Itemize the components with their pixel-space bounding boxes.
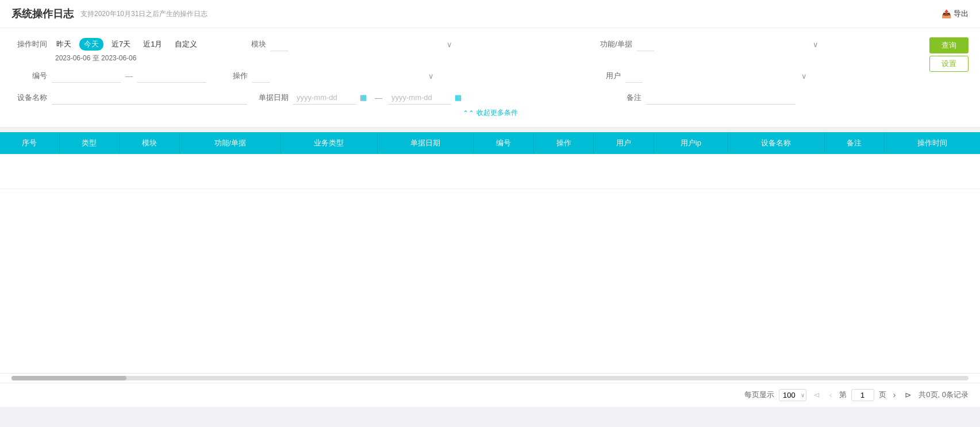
table-header-cell: 备注 — [824, 132, 884, 154]
collapse-bar[interactable]: ⌃⌃ 收起更多条件 — [11, 105, 969, 118]
remark-label: 备注 — [612, 93, 646, 103]
device-label: 设备名称 — [11, 93, 52, 103]
operation-select[interactable] — [252, 69, 270, 83]
collapse-up-icon: ⌃⌃ — [463, 109, 474, 117]
table-header-cell: 操作 — [533, 132, 593, 154]
table-header-cell: 序号 — [0, 132, 59, 154]
time-btn-1month[interactable]: 近1月 — [139, 38, 167, 51]
export-icon: 📤 — [941, 9, 951, 18]
function-select[interactable] — [637, 37, 654, 51]
doc-date-dash: — — [375, 94, 382, 102]
page-unit: 页 — [879, 390, 886, 400]
collapse-label: 收起更多条件 — [476, 108, 518, 118]
table-header-cell: 用户ip — [654, 132, 728, 154]
page-size-wrapper: 10 20 50 100 ∨ — [779, 389, 806, 401]
user-chevron-icon: ∨ — [801, 72, 807, 80]
action-buttons: 查询 设置 — [929, 37, 969, 72]
time-label: 操作时间 — [11, 39, 52, 49]
table-header-cell: 用户 — [594, 132, 654, 154]
module-chevron-icon: ∨ — [447, 40, 452, 49]
module-label: 模块 — [236, 39, 271, 49]
doc-date-from-input[interactable] — [293, 91, 356, 105]
time-btn-custom[interactable]: 自定义 — [170, 38, 202, 51]
function-chevron-icon: ∨ — [813, 40, 818, 49]
time-range: 2023-06-06 至 2023-06-06 — [55, 53, 136, 63]
user-select[interactable] — [625, 69, 643, 83]
time-options: 昨天 今天 近7天 近1月 自定义 — [52, 38, 202, 51]
time-btn-7days[interactable]: 近7天 — [107, 38, 135, 51]
time-btn-yesterday[interactable]: 昨天 — [52, 38, 76, 51]
table-body — [0, 154, 980, 189]
page-title: 系统操作日志 — [11, 7, 74, 21]
page-label: 第 — [839, 390, 847, 400]
table-header-cell: 设备名称 — [728, 132, 824, 154]
page-prev-button[interactable]: ‹ — [827, 389, 835, 401]
function-label: 功能/单据 — [600, 39, 637, 49]
operation-select-wrapper: ∨ — [252, 69, 436, 83]
function-select-wrapper: ∨ — [637, 37, 821, 51]
table-header-cell: 功能/单据 — [179, 132, 280, 154]
device-input[interactable] — [52, 91, 247, 105]
table-header-cell: 单据日期 — [377, 132, 474, 154]
export-button[interactable]: 📤 导出 — [941, 9, 969, 19]
filter-section: 操作时间 昨天 今天 近7天 近1月 自定义 模块 ∨ — [0, 28, 980, 128]
query-button[interactable]: 查询 — [929, 37, 969, 53]
per-page-label: 每页显示 — [744, 390, 774, 400]
code-label: 编号 — [11, 71, 52, 81]
operation-chevron-icon: ∨ — [428, 72, 434, 80]
calendar-to-icon[interactable]: ▦ — [455, 93, 464, 102]
code-to-input[interactable] — [137, 69, 206, 83]
user-select-wrapper: ∨ — [625, 69, 809, 83]
page-size-select[interactable]: 10 20 50 100 — [779, 389, 806, 401]
code-dash: — — [125, 72, 133, 80]
user-label: 用户 — [591, 71, 625, 81]
export-label: 导出 — [954, 9, 969, 19]
code-from-input[interactable] — [52, 69, 121, 83]
doc-date-label: 单据日期 — [259, 93, 293, 103]
scrollbar-thumb — [11, 376, 126, 380]
scrollbar-area — [0, 373, 980, 383]
page-subtitle: 支持2020年10月31日之后产生的操作日志 — [80, 9, 207, 19]
table-header-cell: 类型 — [59, 132, 119, 154]
module-select[interactable] — [271, 37, 288, 51]
operation-label: 操作 — [218, 71, 252, 81]
page-input[interactable] — [851, 389, 874, 401]
remark-input[interactable] — [646, 91, 795, 105]
page-header: 系统操作日志 支持2020年10月31日之后产生的操作日志 📤 导出 — [0, 0, 980, 28]
module-select-wrapper: ∨ — [271, 37, 455, 51]
total-info: 共0页, 0条记录 — [918, 390, 969, 400]
table-section: 序号类型模块功能/单据业务类型单据日期编号操作用户用户ip设备名称备注操作时间 — [0, 132, 980, 189]
page-last-button[interactable]: ⊳ — [902, 389, 914, 401]
calendar-from-icon[interactable]: ▦ — [360, 93, 369, 102]
pagination-bar: 每页显示 10 20 50 100 ∨ ⊲ ‹ 第 页 › ⊳ 共0页, 0条记… — [0, 383, 980, 407]
empty-area — [0, 189, 980, 373]
table-header-cell: 业务类型 — [281, 132, 378, 154]
page-first-button[interactable]: ⊲ — [811, 389, 823, 401]
table-header: 序号类型模块功能/单据业务类型单据日期编号操作用户用户ip设备名称备注操作时间 — [0, 132, 980, 154]
doc-date-to-input[interactable] — [388, 91, 451, 105]
fake-scrollbar[interactable] — [11, 376, 969, 380]
settings-button[interactable]: 设置 — [929, 56, 969, 72]
table-header-cell: 编号 — [474, 132, 533, 154]
time-btn-today[interactable]: 今天 — [79, 38, 103, 51]
table-header-cell: 操作时间 — [884, 132, 980, 154]
table-header-cell: 模块 — [120, 132, 179, 154]
doc-date-wrapper: ▦ — ▦ — [293, 91, 464, 105]
data-table: 序号类型模块功能/单据业务类型单据日期编号操作用户用户ip设备名称备注操作时间 — [0, 132, 980, 189]
page-next-button[interactable]: › — [891, 389, 898, 401]
